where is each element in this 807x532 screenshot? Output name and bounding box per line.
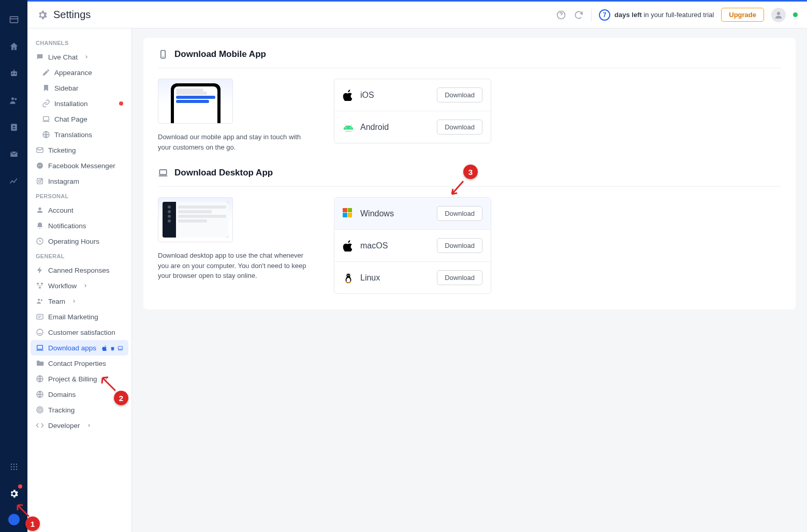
nav-home-icon[interactable]: [0, 33, 27, 60]
svg-point-55: [347, 275, 348, 275]
target-icon: [36, 406, 44, 414]
sidebar-item-sidebar[interactable]: Sidebar: [31, 80, 128, 96]
user-avatar[interactable]: [771, 8, 786, 22]
sidebar-item-label: Account: [48, 206, 74, 214]
sidebar-item-translations[interactable]: Translations: [31, 127, 128, 142]
sidebar-item-facebook-messenger[interactable]: Facebook Messenger: [31, 158, 128, 173]
sidebar-item-label: Email Marketing: [48, 313, 98, 321]
sidebar-item-customer-satisfaction[interactable]: Customer satisfaction: [31, 324, 128, 340]
nav-inbox-icon[interactable]: [0, 6, 27, 33]
sidebar-section-header: PERSONAL: [31, 189, 128, 202]
chevron-right-icon: [84, 53, 89, 61]
sidebar-item-installation[interactable]: Installation: [31, 96, 128, 111]
laptop-icon: [36, 344, 44, 352]
sidebar-section-header: CHANNELS: [31, 36, 128, 49]
messenger-icon: [36, 161, 44, 170]
nav-bot-icon[interactable]: [0, 60, 27, 87]
svg-point-9: [13, 464, 14, 465]
desktop-preview-image: [158, 197, 233, 242]
nav-analytics-icon[interactable]: [0, 168, 27, 195]
sidebar-item-developer[interactable]: Developer: [31, 418, 128, 433]
globe-icon: [36, 390, 44, 398]
svg-point-52: [346, 273, 350, 277]
platform-row-android: androidAndroidDownload: [334, 111, 491, 143]
bookmark-icon: [42, 84, 50, 92]
android-icon: android: [343, 122, 354, 133]
download-button-ios[interactable]: Download: [437, 87, 482, 102]
sidebar-item-account[interactable]: Account: [31, 202, 128, 218]
svg-rect-34: [37, 314, 43, 319]
chevron-right-icon: [104, 375, 109, 383]
content-area: Download Mobile App: [132, 28, 807, 532]
platform-row-ios: iOSDownload: [334, 79, 491, 111]
svg-rect-3: [13, 70, 14, 71]
desktop-section: Download Desktop App Download: [158, 168, 781, 294]
sidebar-item-canned-responses[interactable]: Canned Responses: [31, 262, 128, 278]
sidebar-item-label: Developer: [48, 422, 80, 430]
svg-point-5: [14, 98, 17, 100]
sidebar-item-live-chat[interactable]: Live Chat: [31, 49, 128, 65]
sidebar-item-ticketing[interactable]: Ticketing: [31, 142, 128, 158]
sidebar-item-label: Ticketing: [48, 146, 76, 154]
upgrade-button[interactable]: Upgrade: [721, 8, 764, 22]
divider: [591, 9, 592, 21]
globe-icon: [36, 375, 44, 383]
refresh-icon[interactable]: [574, 10, 584, 20]
desktop-heading: Download Desktop App: [174, 168, 273, 178]
download-button-linux[interactable]: Download: [437, 270, 482, 285]
sidebar-item-email-marketing[interactable]: Email Marketing: [31, 309, 128, 324]
mobile-platform-list: iOSDownloadandroidAndroidDownload: [334, 79, 491, 143]
instagram-icon: [36, 177, 44, 185]
svg-point-26: [41, 179, 42, 180]
nav-app-logo[interactable]: [0, 507, 27, 532]
desktop-platform-list: WindowsDownloadmacOSDownloadLinuxDownloa…: [334, 197, 491, 294]
sidebar-item-domains[interactable]: Domains: [31, 387, 128, 402]
nav-people-icon[interactable]: [0, 87, 27, 114]
chevron-right-icon: [71, 298, 77, 305]
download-button-macos[interactable]: Download: [437, 238, 482, 253]
page-title: Settings: [53, 9, 91, 21]
nav-settings-notification-dot: [18, 484, 22, 489]
platform-name: macOS: [360, 241, 437, 250]
svg-point-10: [16, 464, 17, 465]
sidebar-item-team[interactable]: Team: [31, 293, 128, 309]
platform-name: iOS: [360, 91, 437, 100]
svg-point-2: [14, 73, 16, 75]
svg-point-4: [11, 97, 14, 100]
download-button-windows[interactable]: Download: [437, 206, 482, 221]
svg-rect-30: [41, 283, 43, 285]
sidebar-item-download-apps[interactable]: Download apps: [31, 340, 128, 356]
download-card: Download Mobile App: [143, 38, 796, 309]
sidebar-item-tracking[interactable]: Tracking: [31, 402, 128, 418]
svg-point-12: [13, 466, 14, 468]
sidebar-item-workflow[interactable]: Workflow: [31, 278, 128, 293]
nav-contact-icon[interactable]: [0, 114, 27, 141]
sidebar-item-label: Domains: [48, 391, 76, 398]
sidebar-item-appearance[interactable]: Appearance: [31, 65, 128, 80]
sidebar-item-label: Instagram: [48, 178, 79, 185]
sidebar-item-operating-hours[interactable]: Operating Hours: [31, 233, 128, 249]
sidebar-item-label: Translations: [54, 131, 92, 139]
sidebar-item-chat-page[interactable]: Chat Page: [31, 111, 128, 127]
sidebar-item-label: Chat Page: [54, 115, 87, 123]
svg-rect-19: [43, 116, 49, 120]
svg-point-1: [12, 73, 13, 75]
sidebar-item-label: Canned Responses: [48, 267, 110, 274]
gear-icon: [37, 9, 48, 21]
help-icon[interactable]: [556, 10, 566, 20]
nav-apps-icon[interactable]: [0, 453, 27, 480]
clock-icon: [36, 237, 44, 245]
sidebar-item-project-billing[interactable]: Project & Billing: [31, 371, 128, 387]
smile-icon: [36, 328, 44, 336]
sidebar-item-instagram[interactable]: Instagram: [31, 173, 128, 189]
nav-settings-icon[interactable]: [0, 480, 27, 507]
platform-row-macos: macOSDownload: [334, 230, 491, 262]
nav-mail-icon[interactable]: [0, 141, 27, 168]
sidebar-item-contact-properties[interactable]: Contact Properties: [31, 356, 128, 371]
svg-point-11: [10, 466, 12, 468]
team-icon: [36, 297, 44, 305]
sidebar-item-notifications[interactable]: Notifications: [31, 218, 128, 233]
bolt-icon: [36, 266, 44, 274]
sidebar-section-header: GENERAL: [31, 249, 128, 262]
download-button-android[interactable]: Download: [437, 120, 482, 135]
